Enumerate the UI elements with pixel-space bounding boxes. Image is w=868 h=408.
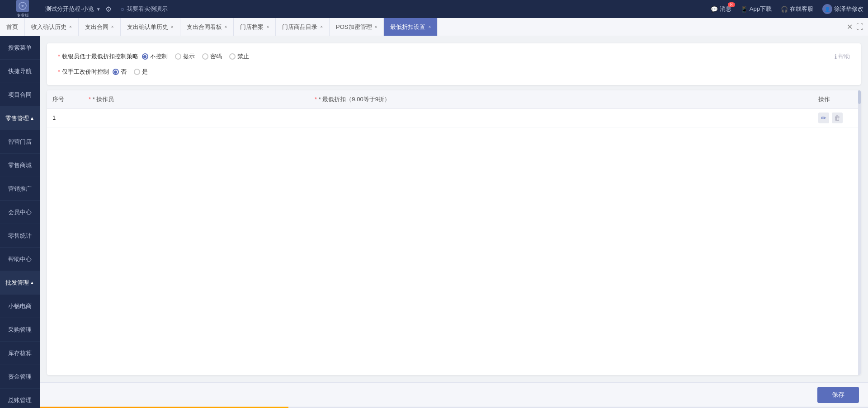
form-card: * 收银员低于最低折扣控制策略 不控制提示密码禁止 * 仅手工改价时控制 否是 xyxy=(47,43,861,85)
avatar: 👤 xyxy=(822,4,832,14)
sidebar-label-11: 小畅电商 xyxy=(8,302,32,310)
sidebar-label-4: 智营门店 xyxy=(8,138,32,146)
sidebar-item-12[interactable]: 采购管理 xyxy=(0,318,40,342)
form-row-1: * 收银员低于最低折扣控制策略 不控制提示密码禁止 xyxy=(58,52,249,61)
sidebar-item-9[interactable]: 帮助中心 xyxy=(0,248,40,271)
sidebar-label-5: 零售商城 xyxy=(8,161,32,169)
project-dropdown-arrow: ▼ xyxy=(96,7,101,12)
data-table: 序号 * * 操作员 * * 最低折扣（9.00等于9折） 操作 xyxy=(47,90,858,127)
tab-close-7[interactable]: × xyxy=(375,24,377,29)
radio-field1-2[interactable]: 密码 xyxy=(202,52,222,61)
required-star-1: * xyxy=(58,53,62,60)
tab-3[interactable]: 支出确认单历史× xyxy=(121,18,180,36)
tabs-container: 首页收入确认历史×支出合同×支出确认单历史×支出合同看板×门店档案×门店商品目录… xyxy=(0,18,438,36)
cell-seq-0: 1 xyxy=(47,108,83,127)
sidebar-label-15: 总账管理 xyxy=(8,396,32,404)
messages-button[interactable]: 💬 消息 8 xyxy=(711,5,731,13)
save-button[interactable]: 保存 xyxy=(817,387,859,403)
help-label: 帮助 xyxy=(838,52,850,61)
table-header-row: 序号 * * 操作员 * * 最低折扣（9.00等于9折） 操作 xyxy=(47,90,858,108)
th-operator: * * 操作员 xyxy=(83,90,309,108)
tab-4[interactable]: 支出合同看板× xyxy=(180,18,234,36)
cell-operator-0 xyxy=(83,108,309,127)
form-fields: * 收银员低于最低折扣控制策略 不控制提示密码禁止 * 仅手工改价时控制 否是 xyxy=(58,52,249,76)
th-operator-star: * xyxy=(89,96,93,103)
project-selector[interactable]: 测试分开范程·小览 ▼ xyxy=(45,5,101,13)
tab-close-4[interactable]: × xyxy=(225,24,227,29)
tab-0[interactable]: 首页 xyxy=(0,18,25,36)
tab-close-6[interactable]: × xyxy=(320,24,323,29)
top-bar-right: 💬 消息 8 📱 App下载 🎧 在线客服 👤 徐泽华修改 xyxy=(711,4,863,14)
maximize-icon[interactable]: ⛶ xyxy=(856,23,863,31)
table-card: 序号 * * 操作员 * * 最低折扣（9.00等于9折） 操作 xyxy=(47,90,861,375)
logo: 专业版 xyxy=(5,0,41,19)
tab-close-5[interactable]: × xyxy=(266,24,269,29)
tab-8[interactable]: 最低折扣设置× xyxy=(384,18,438,36)
sidebar-item-3[interactable]: 零售管理▲ xyxy=(0,107,40,130)
online-support-button[interactable]: 🎧 在线客服 xyxy=(781,5,813,13)
help-button[interactable]: ℹ 帮助 xyxy=(835,52,850,61)
sidebar-item-15[interactable]: 总账管理 xyxy=(0,389,40,408)
sidebar-item-0[interactable]: 搜索菜单 xyxy=(0,36,40,60)
sidebar-item-5[interactable]: 零售商城 xyxy=(0,154,40,177)
sidebar-item-14[interactable]: 资金管理 xyxy=(0,365,40,389)
demo-link[interactable]: ○ 我要看实例演示 xyxy=(121,5,168,13)
tab-5[interactable]: 门店档案× xyxy=(234,18,276,36)
radio-field2-0[interactable]: 否 xyxy=(113,68,127,76)
sidebar-label-0: 搜索菜单 xyxy=(8,44,32,52)
sidebar-arrow-3: ▲ xyxy=(30,116,34,121)
tab-label-2: 支出合同 xyxy=(85,23,108,31)
delete-button-0[interactable]: 🗑 xyxy=(832,113,843,123)
radio-field1-1[interactable]: 提示 xyxy=(175,52,195,61)
sidebar-label-12: 采购管理 xyxy=(8,326,32,334)
online-support-icon: 🎧 xyxy=(781,6,788,13)
edit-button-0[interactable]: ✏ xyxy=(818,113,829,123)
tab-label-1: 收入确认历史 xyxy=(31,23,66,31)
radio-input-field2-1 xyxy=(134,69,140,75)
sidebar-item-1[interactable]: 快捷导航 xyxy=(0,60,40,83)
sidebar-item-13[interactable]: 库存核算 xyxy=(0,342,40,365)
sidebar-item-2[interactable]: 项目合同 xyxy=(0,83,40,107)
tab-2[interactable]: 支出合同× xyxy=(79,18,121,36)
help-icon: ℹ xyxy=(835,53,837,60)
sidebar-item-7[interactable]: 会员中心 xyxy=(0,201,40,224)
sidebar-item-8[interactable]: 零售统计 xyxy=(0,224,40,248)
sidebar-item-6[interactable]: 营销推广 xyxy=(0,177,40,201)
tab-bar-end: ✕ ⛶ xyxy=(842,18,868,36)
app-download-button[interactable]: 📱 App下载 xyxy=(741,5,772,13)
radio-field2-1[interactable]: 是 xyxy=(134,68,148,76)
sidebar-label-14: 资金管理 xyxy=(8,373,32,381)
app-download-label: App下载 xyxy=(750,5,772,13)
form-row-2: * 仅手工改价时控制 否是 xyxy=(58,68,249,76)
th-discount: * * 最低折扣（9.00等于9折） xyxy=(309,90,813,108)
settings-icon[interactable]: ⚙ xyxy=(105,5,112,14)
radio-field1-3[interactable]: 禁止 xyxy=(229,52,249,61)
sidebar-item-4[interactable]: 智营门店 xyxy=(0,130,40,154)
sidebar-item-11[interactable]: 小畅电商 xyxy=(0,295,40,318)
th-action: 操作 xyxy=(813,90,858,108)
project-name: 测试分开范程·小览 xyxy=(45,5,94,13)
messages-badge: 8 xyxy=(728,2,735,7)
table-scroll-bar[interactable] xyxy=(858,90,861,375)
tab-close-2[interactable]: × xyxy=(111,24,114,29)
close-tab-icon[interactable]: ✕ xyxy=(847,23,853,31)
tab-close-1[interactable]: × xyxy=(69,24,72,29)
content-area: * 收银员低于最低折扣控制策略 不控制提示密码禁止 * 仅手工改价时控制 否是 xyxy=(40,36,868,408)
tab-close-3[interactable]: × xyxy=(171,24,174,29)
sidebar-item-10[interactable]: 批发管理▲ xyxy=(0,271,40,295)
tab-6[interactable]: 门店商品目录× xyxy=(276,18,330,36)
tab-close-8[interactable]: × xyxy=(428,24,431,29)
tab-label-6: 门店商品目录 xyxy=(282,23,317,31)
radio-label-field2-1: 是 xyxy=(142,68,148,76)
radio-label-field1-0: 不控制 xyxy=(150,52,168,61)
top-bar: 专业版 测试分开范程·小览 ▼ ⚙ ○ 我要看实例演示 💬 消息 8 📱 App… xyxy=(0,0,868,18)
tab-7[interactable]: POS加密管理× xyxy=(330,18,384,36)
radio-field1-0[interactable]: 不控制 xyxy=(142,52,168,61)
tab-1[interactable]: 收入确认历史× xyxy=(25,18,79,36)
user-profile[interactable]: 👤 徐泽华修改 xyxy=(822,4,863,14)
sidebar-label-8: 零售统计 xyxy=(8,232,32,240)
table-row-0: 1✏🗑 xyxy=(47,108,858,127)
tab-label-0: 首页 xyxy=(6,23,18,31)
radio-label-field1-1: 提示 xyxy=(183,52,195,61)
field2-radio-group: 否是 xyxy=(113,68,148,76)
